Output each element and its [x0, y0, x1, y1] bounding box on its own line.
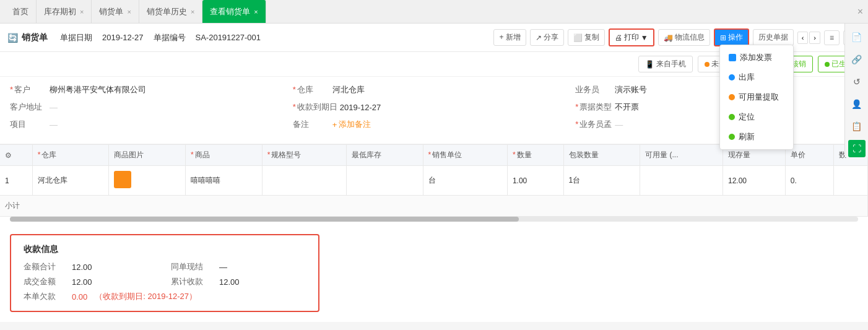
- share-icon: ↗: [536, 33, 542, 42]
- settlement-label: 同单现结: [171, 261, 214, 272]
- doc-meta: 单据日期 2019-12-27 单据编号 SA-20191227-001: [60, 32, 493, 43]
- sidebar-icon-expand[interactable]: ⛶: [848, 140, 866, 157]
- copy-icon: ⬜: [573, 33, 583, 42]
- print-button[interactable]: 🖨 打印 ▼: [609, 28, 654, 46]
- sidebar-icon-doc[interactable]: 📄: [848, 28, 866, 46]
- from-phone-button[interactable]: 📱 来自手机: [638, 56, 693, 72]
- transaction-label: 成交金额: [24, 276, 67, 287]
- tab-close-inventory[interactable]: ×: [80, 8, 84, 15]
- locate-item[interactable]: 定位: [720, 107, 793, 127]
- staff-field: 业务员 演示账号: [575, 84, 858, 95]
- add-note-button[interactable]: + 添加备注: [332, 119, 371, 130]
- col-spec: 规格型号: [262, 145, 346, 166]
- amount-row: 金额合计 12.00: [24, 261, 158, 272]
- row-min-stock: [346, 166, 423, 196]
- tab-close-history[interactable]: ×: [191, 8, 194, 15]
- cumulative-value: 12.00: [219, 277, 240, 287]
- payment-box: 收款信息 金额合计 12.00 同单现结 — 成交金额 12.00: [10, 234, 319, 312]
- cumulative-label: 累计收款: [171, 276, 214, 287]
- new-button[interactable]: + 新增: [493, 29, 526, 46]
- transaction-value: 12.00: [72, 277, 92, 287]
- warehouse-value: 河北仓库: [332, 84, 365, 95]
- tab-sales-order[interactable]: 销货单 ×: [92, 0, 139, 23]
- available-qty-item[interactable]: 可用量提取: [720, 87, 793, 107]
- address-field: 客户地址 —: [10, 102, 293, 113]
- no-value: SA-20191227-001: [196, 33, 261, 42]
- col-pack-qty: 包装数量: [563, 145, 640, 166]
- product-thumbnail: [114, 171, 131, 188]
- date-value: 2019-12-27: [102, 33, 144, 42]
- print-dropdown-icon: ▼: [641, 33, 648, 42]
- due-date-value: 2019-12-27: [340, 103, 381, 112]
- locate-icon: [729, 114, 735, 120]
- col-product: 商品: [186, 145, 263, 166]
- staff-label: 业务员: [575, 84, 612, 95]
- window-close-button[interactable]: ×: [857, 6, 863, 17]
- project-field: 项目 —: [10, 119, 293, 130]
- ticket-type-field: 票据类型 不开票: [575, 102, 858, 113]
- share-button[interactable]: ↗ 分享: [530, 29, 564, 46]
- refresh-label: 刷新: [739, 131, 755, 142]
- amount-value: 12.00: [72, 263, 92, 272]
- settlement-value: —: [219, 263, 227, 272]
- date-label: 单据日期: [60, 32, 92, 43]
- col-available: 可用量 (...: [640, 145, 723, 166]
- gear-icon[interactable]: ⚙: [5, 151, 12, 160]
- col-image: 商品图片: [109, 145, 186, 166]
- no-label: 单据编号: [154, 32, 186, 43]
- table-area: ⚙ 仓库 商品图片 商品 规格型号 最低库存 销售单位 数量 包装数量 可用量 …: [0, 144, 868, 217]
- row-available: [640, 166, 723, 196]
- warehouse-label: 仓库: [293, 84, 330, 95]
- phone-icon: 📱: [645, 60, 654, 69]
- ticket-type-label: 票据类型: [575, 102, 612, 113]
- tab-inventory-init[interactable]: 库存期初 ×: [37, 0, 92, 23]
- copy-button[interactable]: ⬜ 复制: [568, 29, 605, 46]
- outbound-label: 出库: [739, 72, 755, 83]
- subtotal-row: 小计: [0, 196, 868, 217]
- subtotal-label: 小计: [0, 196, 868, 217]
- tab-sales-history[interactable]: 销货单历史 ×: [139, 0, 202, 23]
- sidebar-icon-note[interactable]: 📋: [848, 118, 866, 135]
- sidebar-icon-refresh[interactable]: ↺: [848, 73, 866, 90]
- tab-home[interactable]: 首页: [5, 0, 37, 23]
- col-unit: 销售单位: [423, 145, 507, 166]
- row-spec: [262, 166, 346, 196]
- salesperson-value: —: [615, 120, 623, 129]
- view1-button[interactable]: ≡: [824, 30, 840, 45]
- operation-button[interactable]: ⊞ 操作: [714, 28, 749, 46]
- sidebar-icon-link[interactable]: 🔗: [848, 51, 866, 68]
- balance-row: 本单欠款 0.00 （收款到期日: 2019-12-27）: [24, 291, 306, 302]
- tab-view-sales[interactable]: 查看销货单 ×: [202, 0, 266, 23]
- salesperson-label: 业务员孟: [575, 119, 612, 130]
- logistics-button[interactable]: 🚚 物流信息: [658, 29, 710, 46]
- operation-icon: ⊞: [720, 33, 726, 42]
- refresh-icon: [729, 134, 735, 140]
- note-label: 备注: [293, 119, 330, 130]
- tab-close-sales[interactable]: ×: [127, 8, 131, 15]
- payment-grid: 金额合计 12.00 同单现结 — 成交金额 12.00 累计收款 12.00: [24, 261, 306, 302]
- toolbar: + 新增 ↗ 分享 ⬜ 复制 🖨 打印 ▼ 🚚 物流信息: [493, 28, 861, 46]
- doc-icon: 🔄: [7, 33, 18, 43]
- outbound-item[interactable]: 出库: [720, 67, 793, 87]
- prev-button[interactable]: ‹: [797, 32, 809, 44]
- outbound-icon: [729, 74, 735, 80]
- available-qty-label: 可用量提取: [739, 92, 779, 103]
- balance-label: 本单欠款: [24, 291, 67, 302]
- ticket-type-value: 不开票: [615, 102, 639, 113]
- row-extra: [833, 166, 867, 196]
- right-sidebar: 📄 🔗 ↺ 👤 📋 ⛶: [844, 24, 868, 157]
- add-invoice-item[interactable]: 添加发票: [720, 48, 793, 67]
- balance-value: 0.00: [72, 292, 87, 302]
- history-button[interactable]: 历史单据: [753, 29, 794, 46]
- row-price: 0.: [785, 166, 833, 196]
- tab-close-view[interactable]: ×: [254, 8, 258, 15]
- next-button[interactable]: ›: [809, 32, 820, 44]
- row-warehouse: 河北仓库: [32, 166, 109, 196]
- effective-dot: [825, 62, 830, 67]
- col-gear[interactable]: ⚙: [0, 145, 32, 166]
- sidebar-icon-user[interactable]: 👤: [848, 95, 866, 113]
- refresh-item[interactable]: 刷新: [720, 127, 793, 147]
- cumulative-row: 累计收款 12.00: [171, 276, 306, 287]
- row-pack-qty: 1台: [563, 166, 640, 196]
- scroll-track[interactable]: [10, 217, 858, 222]
